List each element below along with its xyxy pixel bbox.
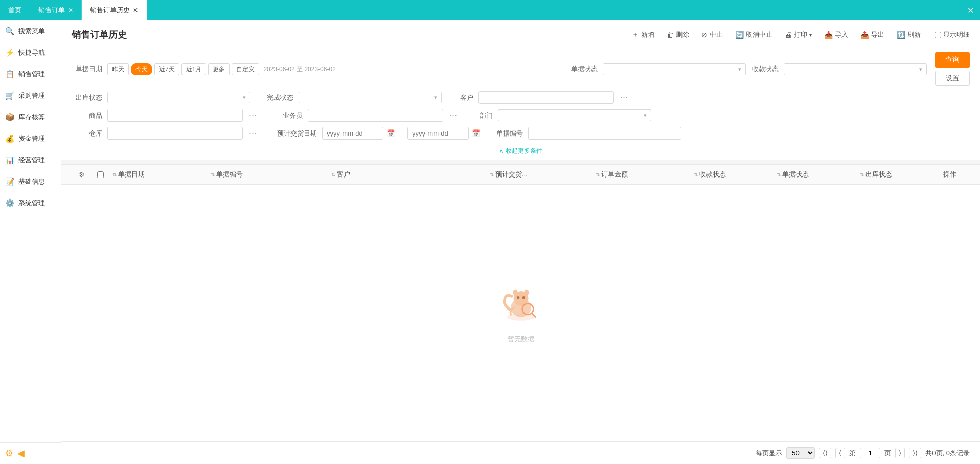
window-close-button[interactable]: ✕ — [967, 6, 974, 15]
date-btn-last7[interactable]: 近7天 — [154, 63, 179, 75]
svg-point-5 — [516, 296, 519, 299]
sidebar-settings-icon[interactable]: ⚙ — [5, 448, 13, 459]
print-button[interactable]: 🖨 打印 ▾ — [780, 28, 817, 42]
th-client-label: 客户 — [337, 170, 350, 179]
page-size-label: 每页显示 — [756, 449, 782, 458]
filter-customer-more-btn[interactable]: ··· — [616, 91, 632, 104]
filter-goods-more-btn[interactable]: ··· — [245, 109, 261, 122]
sidebar-item-quick-nav[interactable]: ⚡ 快捷导航 — [0, 42, 61, 63]
sidebar-collapse-icon[interactable]: ◀ — [17, 448, 25, 459]
basic-info-icon: 📝 — [5, 177, 14, 186]
page-size-select[interactable]: 50 100 200 — [786, 447, 815, 459]
date-btn-yesterday[interactable]: 昨天 — [107, 63, 129, 75]
stop-label: 中止 — [710, 30, 723, 39]
search-menu-icon: 🔍 — [5, 27, 14, 36]
collapse-row[interactable]: ∧ 收起更多条件 — [72, 145, 970, 160]
sidebar-item-fund-mgmt[interactable]: 💰 资金管理 — [0, 128, 61, 149]
sidebar-item-operations-mgmt-label: 经营管理 — [18, 156, 45, 165]
filter-warehouse-input[interactable] — [107, 127, 243, 140]
display-detail-input[interactable] — [935, 32, 941, 38]
sidebar-item-sales-mgmt[interactable]: 📋 销售管理 — [0, 63, 61, 85]
date-btn-custom[interactable]: 自定义 — [232, 63, 259, 75]
sidebar-item-basic-info-label: 基础信息 — [18, 177, 45, 186]
filter-doc-number-input[interactable] — [528, 127, 681, 140]
th-order-status-label: 单据状态 — [782, 170, 809, 179]
refresh-button[interactable]: 🔃 刷新 — [892, 28, 926, 42]
tab-sales-order-close[interactable]: ✕ — [68, 7, 73, 14]
sidebar-item-basic-info[interactable]: 📝 基础信息 — [0, 171, 61, 192]
filter-order-status-select[interactable]: ▾ — [603, 63, 746, 75]
th-date[interactable]: ⇅ 单据日期 — [108, 165, 207, 184]
filter-out-status-select[interactable]: ▾ — [107, 92, 250, 103]
sidebar-item-purchase-mgmt[interactable]: 🛒 采购管理 — [0, 85, 61, 106]
sidebar-item-purchase-mgmt-label: 采购管理 — [18, 91, 45, 100]
filter-salesman-more-btn[interactable]: ··· — [445, 109, 461, 122]
date-btn-today[interactable]: 今天 — [131, 63, 152, 75]
cancel-stop-button[interactable]: 🔄 取消中止 — [730, 28, 778, 42]
table-settings-icon[interactable]: ⚙ — [79, 171, 85, 179]
th-order-status[interactable]: ⇅ 单据状态 — [772, 165, 856, 184]
date-btn-last1m[interactable]: 近1月 — [181, 63, 207, 75]
sidebar: 🔍 搜索菜单 ⚡ 快捷导航 📋 销售管理 🛒 采购管理 📦 库存核算 💰 资金管… — [0, 20, 61, 464]
filter-order-status-label: 单据状态 — [571, 64, 603, 74]
filter-customer-input[interactable] — [478, 91, 614, 104]
sidebar-item-operations-mgmt[interactable]: 📊 经营管理 — [0, 149, 61, 171]
sidebar-item-search-menu[interactable]: 🔍 搜索菜单 — [0, 20, 61, 42]
query-button[interactable]: 查询 — [935, 52, 970, 68]
new-icon: ＋ — [632, 30, 639, 39]
th-amount-label: 订单金额 — [601, 170, 628, 179]
cancel-stop-label: 取消中止 — [746, 30, 772, 39]
th-check[interactable] — [92, 166, 108, 183]
filter-expected-date-end[interactable] — [407, 127, 469, 140]
set-button[interactable]: 设置 — [935, 71, 970, 86]
filter-salesman-input[interactable] — [308, 109, 443, 122]
first-page-button[interactable]: ⟨⟨ — [819, 448, 831, 458]
filter-row-4: 仓库 ··· 预计交货日期 📅 — 📅 单据编号 — [72, 127, 970, 140]
th-settings[interactable]: ⚙ — [72, 166, 92, 184]
th-client[interactable]: ⇅ 客户 — [327, 165, 486, 184]
th-pay-status[interactable]: ⇅ 收款状态 — [690, 165, 773, 184]
filter-warehouse-more-btn[interactable]: ··· — [245, 127, 261, 140]
import-button[interactable]: 📥 导入 — [819, 28, 853, 42]
filter-expected-date-start[interactable] — [322, 127, 383, 140]
svg-point-3 — [513, 290, 517, 296]
current-page-input[interactable] — [860, 448, 880, 458]
prev-page-button[interactable]: ⟨ — [835, 448, 845, 458]
th-amount[interactable]: ⇅ 订单金额 — [591, 165, 690, 184]
tab-sales-order-history-label: 销售订单历史 — [90, 6, 130, 15]
empty-state: 暂无数据 — [498, 282, 544, 344]
delete-button[interactable]: 🗑 删除 — [662, 28, 694, 42]
date-btn-more[interactable]: 更多 — [208, 63, 230, 75]
delete-icon: 🗑 — [667, 31, 674, 39]
display-detail-checkbox[interactable]: 显示明细 — [935, 30, 970, 39]
last-page-button[interactable]: ⟩⟩ — [909, 448, 921, 458]
print-icon: 🖨 — [785, 31, 792, 39]
next-page-button[interactable]: ⟩ — [895, 448, 905, 458]
sidebar-item-system-mgmt[interactable]: ⚙️ 系统管理 — [0, 192, 61, 214]
filter-complete-status-label: 完成状态 — [267, 93, 299, 102]
th-out-status[interactable]: ⇅ 出库状态 — [856, 165, 939, 184]
sidebar-item-fund-mgmt-label: 资金管理 — [18, 134, 45, 143]
stop-button[interactable]: ⊘ 中止 — [696, 28, 728, 42]
date-range-separator: 📅 — [386, 129, 395, 137]
filter-salesman-label: 业务员 — [277, 111, 308, 120]
refresh-label: 刷新 — [907, 30, 921, 39]
filter-goods-input[interactable] — [107, 109, 243, 122]
tab-sales-order-history-close[interactable]: ✕ — [133, 7, 138, 14]
export-button[interactable]: 📤 导出 — [855, 28, 890, 42]
date-end-calendar-icon: 📅 — [472, 129, 480, 137]
filter-pay-status-select[interactable]: ▾ — [784, 63, 927, 75]
tab-sales-order-history[interactable]: 销售订单历史 ✕ — [82, 0, 147, 20]
filter-dept-select[interactable]: ▾ — [498, 109, 651, 121]
tab-home[interactable]: 首页 — [0, 0, 30, 20]
filter-dept-label: 部门 — [477, 111, 498, 120]
sidebar-item-inventory-calc[interactable]: 📦 库存核算 — [0, 106, 61, 128]
quick-nav-icon: ⚡ — [5, 48, 14, 57]
new-button[interactable]: ＋ 新增 — [627, 28, 659, 42]
filter-complete-status-select[interactable]: ▾ — [299, 92, 442, 103]
th-delivery[interactable]: ⇅ 预计交货... — [486, 165, 591, 184]
tab-sales-order[interactable]: 销售订单 ✕ — [30, 0, 82, 20]
select-all-checkbox[interactable] — [97, 171, 104, 178]
sales-mgmt-icon: 📋 — [5, 70, 14, 79]
th-number[interactable]: ⇅ 单据编号 — [207, 165, 327, 184]
